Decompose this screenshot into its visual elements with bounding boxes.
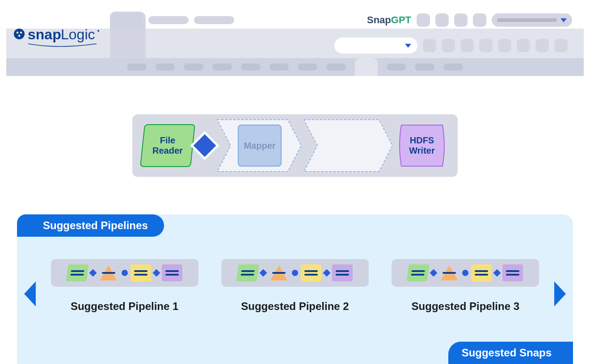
suggested-pipeline-name: Suggested Pipeline 2 [241,300,349,313]
snap-mapper[interactable]: Mapper [238,125,282,167]
diamond-connector-icon[interactable] [194,134,216,157]
suggested-pipeline-name: Suggested Pipeline 1 [71,300,178,313]
tab-placeholder[interactable] [148,16,189,24]
dropdown[interactable] [334,38,417,54]
toolbar-button[interactable] [535,39,549,52]
toolbar-button[interactable] [417,13,430,27]
mini-pipeline-icon [221,259,369,287]
toolbar-button[interactable] [517,39,530,52]
suggested-pipelines-list: Suggested Pipeline 1 Suggested Pipeline … [48,259,542,313]
tab[interactable] [110,12,143,29]
toolbar-button[interactable] [460,39,474,52]
tab-placeholder[interactable] [194,16,234,24]
toolbar-item[interactable] [443,63,463,71]
mini-pipeline-icon [51,259,198,287]
toolbar-button[interactable] [442,39,455,52]
toolbar-item[interactable] [156,63,175,71]
snaplogic-logo: snap Logic [13,26,105,50]
empty-snap-slot[interactable] [303,119,394,172]
toolbar-item[interactable] [298,63,317,71]
toolbar-button[interactable] [454,13,468,27]
chevron-down-icon [405,44,411,48]
toolbar-button[interactable] [435,13,449,27]
snap-label: Mapper [244,141,275,151]
svg-text:Logic: Logic [61,26,95,42]
svg-point-6 [97,30,99,32]
next-arrow-icon[interactable] [554,281,566,306]
svg-point-0 [14,29,25,39]
chevron-down-icon [560,18,567,22]
prev-arrow-icon[interactable] [24,281,36,306]
toolbar-item-active[interactable] [355,58,378,76]
toolbar-button[interactable] [498,39,511,52]
suggested-pipeline-card[interactable]: Suggested Pipeline 2 [219,259,371,313]
toolbar-button[interactable] [473,13,486,27]
top-dropdown[interactable] [492,13,572,27]
svg-point-3 [18,35,20,37]
toolbar-button[interactable] [479,39,493,52]
toolbar-item[interactable] [415,63,434,71]
toolbar-item[interactable] [326,63,346,71]
suggested-pipeline-card[interactable]: Suggested Pipeline 3 [389,259,542,313]
toolbar-item[interactable] [127,63,147,71]
secondary-toolbar [334,38,577,54]
toolbar-item[interactable] [212,63,232,71]
toolbar-item[interactable] [387,63,406,71]
suggested-pipelines-panel: Suggested Pipelines Suggested Pipeline 1 [17,214,573,364]
mini-pipeline-icon [392,259,539,287]
pipeline-row: FileReader Mapper HDFSWri [132,114,458,177]
toolbar-row [6,58,584,76]
app-header: snap Logic SnapGPT [0,0,590,76]
snap-hdfs-writer[interactable]: HDFSWriter [398,124,446,167]
toolbar-item[interactable] [270,63,289,71]
snapgpt-label: SnapGPT [367,14,411,26]
svg-point-2 [20,32,22,33]
snap-file-reader[interactable]: FileReader [140,124,195,167]
svg-point-1 [17,32,18,33]
pipeline-canvas: FileReader Mapper HDFSWri [0,76,590,214]
suggested-snaps-tab[interactable]: Suggested Snaps [448,342,573,364]
snap-mapper-slot[interactable]: Mapper [216,119,303,172]
toolbar-button[interactable] [423,39,436,52]
toolbar-button[interactable] [554,39,568,52]
toolbar-item[interactable] [241,63,261,71]
tabs-row: SnapGPT [110,12,572,29]
svg-text:snap: snap [28,26,61,42]
suggested-pipeline-card[interactable]: Suggested Pipeline 1 [48,259,201,313]
toolbar-item[interactable] [184,63,203,71]
suggested-pipeline-name: Suggested Pipeline 3 [412,300,519,313]
suggested-pipelines-header: Suggested Pipelines [17,214,164,237]
